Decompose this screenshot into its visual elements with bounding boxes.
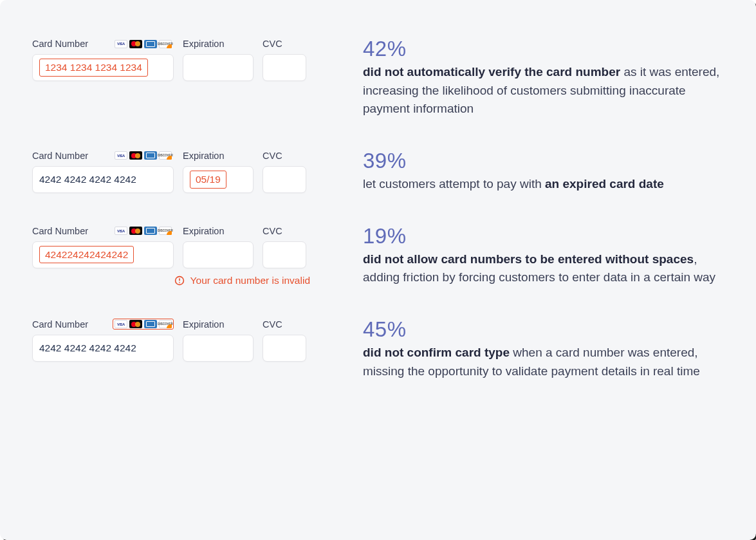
mastercard-icon (129, 320, 142, 328)
stat-description: did not confirm card type when a card nu… (363, 344, 726, 380)
cvc-input[interactable] (263, 241, 306, 268)
form-example: Card Number VISA DISCOVER 4242 4242 4242… (32, 149, 341, 193)
svg-rect-1 (179, 278, 180, 281)
card-number-value: 1234 1234 1234 1234 (45, 62, 142, 73)
card-number-value: 4242 4242 4242 4242 (39, 342, 136, 354)
stat-description: did not allow card numbers to be entered… (363, 250, 726, 287)
card-number-value: 4242 4242 4242 4242 (39, 174, 136, 185)
stat-description: did not automatically verify the card nu… (363, 63, 726, 118)
mastercard-icon (129, 151, 142, 160)
cvc-input[interactable] (263, 54, 306, 81)
amex-icon (144, 320, 157, 328)
card-brand-icons: VISA DISCOVER (113, 150, 174, 161)
card-number-value: 424224242424242 (45, 250, 128, 260)
card-number-label: Card Number (32, 39, 88, 49)
card-brand-icons: VISA DISCOVER (113, 225, 174, 236)
card-number-input[interactable]: 424224242424242 (32, 241, 174, 268)
discover-icon: DISCOVER (159, 40, 172, 48)
card-number-input[interactable]: 4242 4242 4242 4242 (32, 335, 174, 362)
discover-icon: DISCOVER (159, 151, 172, 160)
alert-icon (174, 275, 185, 286)
discover-icon: DISCOVER (159, 227, 172, 235)
expiration-label: Expiration (183, 226, 224, 236)
visa-icon: VISA (115, 320, 127, 328)
stat-percentage: 45% (363, 318, 726, 341)
cvc-input[interactable] (263, 166, 306, 193)
error-text: Your card number is invalid (190, 275, 310, 286)
stat-row: Card Number VISA DISCOVER 4242 4242 4242… (32, 149, 726, 194)
error-message: Your card number is invalid (32, 275, 313, 286)
form-example: Card Number VISA DISCOVER 1234 1234 1234… (32, 37, 341, 81)
stat-percentage: 19% (363, 225, 726, 248)
stat-percentage: 39% (363, 149, 726, 172)
cvc-label: CVC (263, 319, 282, 330)
card-number-label: Card Number (32, 151, 88, 161)
svg-rect-2 (179, 282, 180, 283)
visa-icon: VISA (115, 40, 127, 48)
visa-icon: VISA (115, 227, 127, 235)
expiration-label: Expiration (183, 151, 224, 161)
form-example: Card Number VISA DISCOVER 42422424242424… (32, 225, 341, 286)
stat-row: Card Number VISA DISCOVER 42422424242424… (32, 225, 726, 287)
stat-row: Card Number VISA DISCOVER 1234 1234 1234… (32, 37, 726, 118)
discover-icon: DISCOVER (159, 320, 172, 328)
cvc-label: CVC (263, 39, 282, 49)
expiration-input[interactable]: 05/19 (183, 166, 254, 193)
expiration-label: Expiration (183, 319, 224, 330)
amex-icon (144, 40, 157, 48)
mastercard-icon (129, 227, 142, 235)
card-number-input[interactable]: 4242 4242 4242 4242 (32, 166, 174, 193)
visa-icon: VISA (115, 151, 127, 160)
card-number-label: Card Number (32, 319, 88, 330)
card-number-input[interactable]: 1234 1234 1234 1234 (32, 54, 174, 81)
expiration-label: Expiration (183, 39, 224, 49)
expiration-input[interactable] (183, 335, 254, 362)
expiration-input[interactable] (183, 241, 254, 268)
cvc-label: CVC (263, 226, 282, 236)
cvc-label: CVC (263, 151, 282, 161)
card-brand-icons: VISA DISCOVER (113, 319, 174, 330)
form-example: Card Number VISA DISCOVER 4242 4242 4242… (32, 318, 341, 362)
mastercard-icon (129, 40, 142, 48)
card-number-label: Card Number (32, 226, 88, 236)
stat-percentage: 42% (363, 37, 726, 61)
expiration-input[interactable] (183, 54, 254, 81)
cvc-input[interactable] (263, 335, 306, 362)
amex-icon (144, 227, 157, 235)
card-brand-icons: VISA DISCOVER (113, 39, 174, 50)
expiration-value: 05/19 (196, 174, 221, 185)
amex-icon (144, 151, 157, 160)
stat-description: let customers attempt to pay with an exp… (363, 175, 726, 194)
stats-panel: Card Number VISA DISCOVER 1234 1234 1234… (0, 0, 756, 540)
stat-row: Card Number VISA DISCOVER 4242 4242 4242… (32, 318, 726, 380)
